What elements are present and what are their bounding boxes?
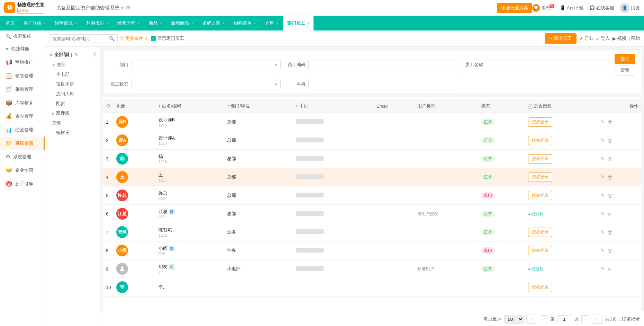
auth-btn[interactable]: 授权登录 [528, 246, 552, 255]
nav-item-barcode[interactable]: 条码方案 × [198, 16, 229, 30]
sidebar-item-inventory[interactable]: 📦 库存核算 [0, 96, 45, 109]
emp-status-select[interactable]: ▾ [131, 79, 281, 89]
edit-icon[interactable]: ✎ [600, 192, 605, 199]
auth-btn[interactable]: 授权登录 [528, 173, 552, 182]
table-row: 7 智斌 陈智斌1216 业务 正常 授权登录 ✎🗑 [103, 223, 641, 241]
delete-icon[interactable]: 🗑 [608, 174, 613, 180]
dept-node-xianmu[interactable]: 项目库房 [45, 79, 100, 89]
delete-icon[interactable]: 🗑 [608, 119, 613, 125]
dept-node-shenyang[interactable]: 沈阳大库 [45, 89, 100, 99]
view-btn[interactable]: ▶ 视频 [613, 35, 626, 42]
export-btn[interactable]: ↗ 导出 [579, 35, 593, 42]
sidebar-item-purchase[interactable]: 🛒 采购管理 [0, 82, 45, 96]
sidebar-item-marketing[interactable]: 📢 营销推广 [0, 55, 45, 69]
emp-code-input[interactable] [308, 60, 458, 70]
phone-input[interactable] [308, 79, 458, 89]
sidebar-item-operation-mgmt[interactable]: 📊 经营管理 [0, 123, 45, 136]
prev-page-btn[interactable]: ‹ [540, 315, 547, 323]
edit-icon[interactable]: ✎ [600, 137, 605, 143]
message-btn[interactable]: 💬 消息 5 [532, 4, 554, 12]
show-resign-toggle[interactable]: ✓ 显示离职员工 [151, 35, 184, 42]
help-btn[interactable]: | 帮助 [629, 35, 640, 42]
filter-btn[interactable]: ▽ 更多条件 ∧ [120, 35, 148, 42]
last-page-btn[interactable]: 》 [592, 315, 602, 324]
dept-node-zongbu[interactable]: ▼ 总部 [45, 60, 100, 70]
status-badge: 离职 [481, 192, 495, 199]
sidebar-item-collab[interactable]: 🤝 企业协同 [0, 164, 45, 177]
auth-btn[interactable]: 授权登录 [528, 191, 552, 200]
dept-node-xiaodianbu[interactable]: 小电部 [45, 70, 100, 79]
auth-btn[interactable]: 授权登录 [528, 228, 552, 237]
delete-icon[interactable]: 🗑 [608, 156, 613, 162]
nav-item-history[interactable]: 经营历程 × [113, 16, 144, 30]
col-phone[interactable]: ↕ 手机 [293, 99, 374, 113]
edit-icon[interactable]: ✎ [600, 156, 605, 162]
delete-icon[interactable]: 🗑 [608, 248, 613, 254]
edit-dept-icon[interactable]: ✎ [74, 52, 78, 57]
sidebar-item-basic-info[interactable]: 📁 基础信息 [0, 136, 45, 150]
search-box[interactable]: 🔍 [49, 34, 118, 43]
edit-icon[interactable]: ✎ [600, 247, 605, 254]
nav-item-customer[interactable]: 客户联络 × [19, 16, 50, 30]
query-btn[interactable]: 查询 [615, 54, 635, 64]
avatar: 王 [116, 171, 128, 183]
edit-icon[interactable]: ✎ [600, 266, 605, 272]
app-download-btn[interactable]: 📱 App下载 [560, 5, 584, 11]
table-row: 1 师B 设计师B1215 总部 正常 授权登录 ✎🗑 [103, 113, 641, 131]
sidebar-item-shortcuts[interactable]: ⌖ 快捷导航 [0, 42, 45, 55]
sidebar-item-finance[interactable]: 💰 资金管理 [0, 109, 45, 123]
phone-masked [296, 211, 324, 216]
copy-icon[interactable]: ⎘ [608, 211, 611, 217]
edit-icon[interactable]: ✎ [600, 211, 605, 217]
try-btn[interactable]: 体验行业方案 [497, 3, 532, 13]
user-avatar[interactable]: 👤 用友 [620, 3, 640, 13]
dept-node-peihuo[interactable]: 配货 [45, 99, 100, 108]
auth-btn[interactable]: 授权登录 [528, 117, 552, 127]
nav-item-goods[interactable]: 商品 × [145, 16, 166, 30]
search-menu-item[interactable]: 🔍 搜索菜单 [0, 30, 45, 42]
first-page-btn[interactable]: 《 [526, 315, 537, 324]
sidebar-item-system[interactable]: ⚙ 系统管理 [0, 150, 45, 164]
collapse-tree-btn[interactable]: 《 [91, 52, 96, 58]
next-page-btn[interactable]: › [581, 315, 589, 323]
nav-item-warehouse[interactable]: 仓库 × [261, 16, 282, 30]
dept-node-shuanglu[interactable]: ▶ 双鹿想 [45, 108, 100, 118]
table-settings-icon[interactable]: ⚙ [106, 103, 110, 109]
delete-icon[interactable]: 🗑 [608, 193, 613, 199]
auth-btn[interactable]: 授权登录 [528, 283, 552, 292]
chevron-down-icon[interactable]: ▾ [121, 6, 124, 10]
col-dept[interactable]: ↕ 部门/职位 [224, 99, 293, 113]
settings-icon[interactable]: ⚙ [126, 5, 130, 11]
dept-node-zhishu[interactable]: 植树王二 [45, 128, 100, 138]
auth-btn[interactable]: 授权登录 [528, 154, 552, 164]
online-service-btn[interactable]: 🎧 在线客服 [589, 5, 614, 11]
avatar: 师B [116, 116, 128, 128]
edit-icon[interactable]: ✎ [600, 119, 605, 125]
reset-btn[interactable]: 设置 [615, 65, 635, 76]
add-employee-btn[interactable]: + 新增员工 [545, 33, 576, 44]
page-input[interactable] [557, 315, 571, 323]
dept-select[interactable]: ▾ [131, 60, 281, 70]
col-name[interactable]: ↕ 姓名/编码 [156, 99, 224, 113]
auth-btn[interactable]: 授权登录 [528, 136, 552, 145]
avatar: 智斌 [116, 226, 128, 238]
delete-icon[interactable]: 🗑 [608, 229, 613, 235]
import-btn[interactable]: ↙ 导入 [596, 35, 610, 42]
nav-item-newgoods[interactable]: 新增商品 × [167, 16, 197, 30]
sidebar-item-guide[interactable]: 🎯 新手引导 [0, 177, 45, 191]
nav-item-home[interactable]: 首页 [1, 16, 19, 30]
nav-item-bom[interactable]: 物料清单 × [229, 16, 260, 30]
search-input[interactable] [52, 36, 108, 41]
main-layout: 🔍 搜索菜单 ⌖ 快捷导航 📢 营销推广 📋 销售管理 🛒 采购管理 📦 库存核… [0, 30, 644, 326]
per-page-select[interactable]: 50 20 100 [504, 315, 524, 324]
emp-name-input[interactable] [486, 60, 609, 70]
dept-node-zongbu2[interactable]: 总部 [45, 118, 100, 128]
edit-icon[interactable]: ✎ [600, 174, 605, 180]
sidebar-item-sales[interactable]: 📋 销售管理 [0, 69, 45, 82]
nav-item-profit[interactable]: 利润报告 × [82, 16, 112, 30]
nav-item-dept[interactable]: 部门员工 × [283, 16, 314, 30]
nav-item-operation[interactable]: 经营情况 × [51, 16, 81, 30]
edit-icon[interactable]: ✎ [600, 229, 605, 235]
delete-icon[interactable]: 🗑 [608, 138, 613, 143]
copy-icon[interactable]: ⎘ [608, 266, 611, 272]
